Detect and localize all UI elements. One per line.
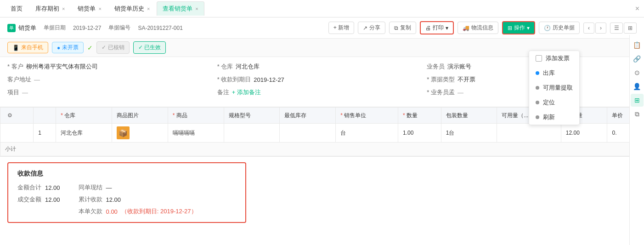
refresh-icon — [536, 115, 539, 119]
quantity-fetch-icon — [536, 86, 539, 90]
close-all-button[interactable]: × — [635, 5, 639, 13]
tab-sales-order[interactable]: 销货单 × — [72, 1, 107, 16]
add-invoice-label: 添加发票 — [546, 54, 570, 63]
effective-button[interactable]: ✓ 已生效 — [133, 41, 166, 54]
not-open-icon: ● — [57, 45, 60, 51]
project-field: 项目 — — [7, 88, 217, 97]
new-button[interactable]: + 新增 — [328, 22, 354, 34]
doc-date-value: 2019-12-27 — [73, 25, 101, 31]
dropdown-quantity-fetch[interactable]: 可用量提取 — [529, 80, 579, 95]
project-value: — — [22, 89, 28, 96]
payment-due-suffix: （收款到期日: 2019-12-27） — [121, 207, 197, 216]
doc-meta: 单据日期 2019-12-27 单据编号 SA-20191227-001 — [44, 24, 183, 32]
payment-row-cumulative: 累计收款 12.00 — [79, 195, 197, 204]
table-row: 1 河北仓库 📦 嗝嗝嗝嗝 台 1.00 1台 12.00 0. — [0, 124, 644, 142]
col-settings[interactable]: ⚙ — [0, 108, 34, 124]
print-icon: 🖨 — [425, 25, 431, 31]
payment-due-value: 0.00 — [106, 208, 118, 215]
row-product-image: 📦 — [112, 124, 168, 142]
customer-value: 柳州粤港平安气体有限公司 — [26, 63, 98, 71]
doc-number-label: 单据编号 — [108, 24, 130, 32]
tab-view-sales-close[interactable]: × — [195, 6, 198, 11]
next-button[interactable]: › — [595, 23, 606, 34]
share-button[interactable]: ↗ 分享 — [358, 22, 385, 34]
not-open-button[interactable]: ● 未开票 — [52, 42, 84, 53]
tab-sales-history-close[interactable]: × — [147, 6, 150, 11]
payment-due-label: 本单欠款 — [79, 207, 102, 216]
col-product-image: 商品图片 — [112, 108, 168, 124]
subtotal-label: 小计 — [0, 142, 644, 156]
effective-check-icon: ✓ — [138, 44, 143, 51]
outbound-icon — [536, 71, 539, 75]
payment-same-settle-value: — — [106, 184, 112, 191]
from-phone-button[interactable]: 📱 来自手机 — [7, 42, 48, 53]
settings-icon[interactable]: ⚙ — [5, 111, 14, 120]
col-product: 商品 — [168, 108, 224, 124]
dropdown-refresh[interactable]: 刷新 — [529, 110, 579, 125]
history-button[interactable]: 🕐 历史单据 — [539, 22, 580, 34]
warehouse-field: * 仓库 河北仓库 — [217, 63, 427, 71]
bottom-area: 收款信息 金额合计 12.00 成交金额 12.00 同单现结 — — [0, 157, 644, 228]
list-view-button[interactable]: ☰ — [610, 23, 623, 34]
payment-row-same-settle: 同单现结 — — [79, 183, 197, 192]
quantity-fetch-label: 可用量提取 — [543, 84, 573, 92]
dropdown-outbound[interactable]: 出库 — [529, 66, 579, 80]
payment-deal-label: 成交金额 — [17, 195, 41, 204]
tab-inventory-init[interactable]: 库存期初 × — [29, 1, 71, 16]
col-row-num — [34, 108, 56, 124]
doc-date-label: 单据日期 — [44, 24, 66, 32]
tab-inventory-init-label: 库存期初 — [35, 5, 59, 13]
dropdown-location[interactable]: 定位 — [529, 95, 579, 110]
phone-icon: 📱 — [12, 45, 19, 51]
payment-same-settle-label: 同单现结 — [79, 183, 102, 192]
copy-button[interactable]: ⧉ 复制 — [389, 22, 416, 34]
add-note-button[interactable]: + 添加备注 — [232, 88, 261, 97]
add-invoice-icon — [536, 55, 542, 62]
tab-inventory-init-close[interactable]: × — [62, 6, 65, 11]
grid-view-button[interactable]: ⊞ — [624, 23, 637, 34]
tab-sales-order-close[interactable]: × — [98, 6, 101, 11]
payment-cumulative-label: 累计收款 — [79, 195, 102, 204]
logistics-button[interactable]: 🚚 物流信息 — [458, 22, 498, 34]
due-date-label: * 收款到期日 — [217, 75, 251, 84]
outbound-label: 出库 — [543, 69, 555, 77]
logistics-icon: 🚚 — [463, 25, 469, 31]
row-sales-unit: 台 — [336, 124, 398, 142]
operations-button[interactable]: ⊞ 操作 ▾ — [502, 21, 535, 34]
payment-deal-value: 12.00 — [45, 196, 60, 203]
payment-row-due: 本单欠款 0.00 （收款到期日: 2019-12-27） — [79, 207, 197, 216]
sidebar-link-icon[interactable]: 🔗 — [631, 52, 644, 65]
sidebar-doc-icon[interactable]: 📋 — [631, 39, 644, 51]
operations-dropdown-arrow: ▾ — [527, 25, 530, 31]
share-icon: ↗ — [363, 25, 367, 31]
sidebar-grid-icon[interactable]: ⧉ — [631, 108, 644, 120]
note-label: 备注 — [217, 88, 229, 97]
row-num: 1 — [34, 124, 56, 142]
payment-row-deal: 成交金额 12.00 — [17, 195, 60, 204]
right-sidebar: 📋 🔗 ⊙ 👤 ⊞ ⧉ — [629, 35, 644, 245]
row-settings — [0, 124, 34, 142]
sidebar-expand-icon[interactable]: ⊞ — [631, 94, 644, 107]
subtotal-row: 小计 — [0, 142, 644, 156]
sidebar-circle-icon[interactable]: ⊙ — [631, 66, 644, 79]
sidebar-user-icon[interactable]: 👤 — [631, 80, 644, 93]
address-value: — — [34, 76, 40, 83]
prev-button[interactable]: ‹ — [583, 23, 594, 34]
refresh-label: 刷新 — [543, 113, 555, 121]
due-date-value: 2019-12-27 — [254, 76, 284, 83]
location-label: 定位 — [543, 98, 555, 107]
customer-field: * 客户 柳州粤港平安气体有限公司 — [7, 63, 217, 71]
tab-sales-history[interactable]: 销货单历史 × — [108, 1, 156, 16]
row-quantity: 1.00 — [398, 124, 441, 142]
col-warehouse: 仓库 — [56, 108, 112, 124]
row-current-stock: 12.00 — [561, 124, 607, 142]
doc-title-text: 销货单 — [18, 24, 36, 32]
dropdown-add-invoice[interactable]: 添加发票 — [529, 51, 579, 66]
tab-view-sales[interactable]: 查看销货单 × — [157, 1, 204, 16]
salesperson-value: — — [458, 89, 463, 96]
cancelled-button[interactable]: ✓ 已核销 — [96, 41, 129, 54]
tab-home[interactable]: 首页 — [5, 1, 28, 16]
print-button[interactable]: 🖨 打印 ▾ — [420, 21, 454, 34]
address-field: 客户地址 — — [7, 75, 217, 84]
location-icon — [536, 101, 539, 104]
